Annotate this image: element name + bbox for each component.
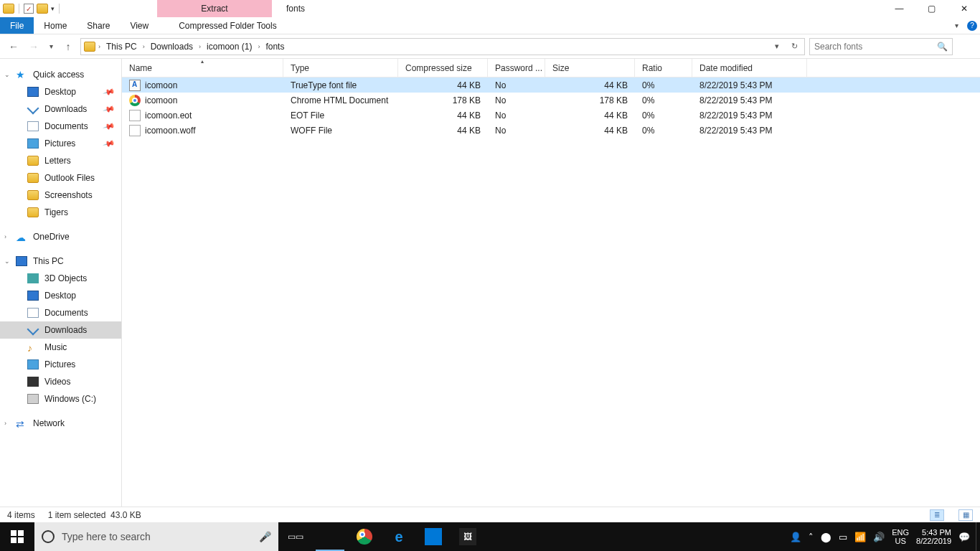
column-header-name[interactable]: Name ▴ [122,59,283,77]
nav-item[interactable]: Outlook Files [0,169,121,187]
search-input[interactable] [814,42,937,52]
nav-item[interactable]: Screenshots [0,187,121,204]
nav-item[interactable]: ♪Music [0,339,121,356]
taskbar-app-settings[interactable] [416,522,451,551]
nav-label: Network [33,418,65,428]
ribbon-tab-share[interactable]: Share [77,17,120,34]
column-header-type[interactable]: Type [283,59,398,77]
nav-item[interactable]: Tigers [0,204,121,221]
up-button[interactable]: ↑ [60,39,76,55]
taskbar-app-edge[interactable]: e [382,522,416,551]
breadcrumb[interactable]: icomoon (1) [204,42,255,52]
nav-item-label: Pictures [44,359,75,369]
breadcrumb-sep[interactable]: › [258,43,260,50]
refresh-button[interactable]: ↻ [787,42,801,51]
tray-security-icon[interactable]: ⬤ [821,532,831,542]
chevron-down-icon[interactable]: ⌄ [4,71,10,78]
qat-divider [19,4,19,14]
nav-item[interactable]: Pictures [0,356,121,373]
qat-customize-caret[interactable]: ▾ [51,5,55,12]
column-header-size[interactable]: Size [545,59,635,77]
file-row[interactable]: icomoonTrueType font file44 KBNo44 KB0%8… [122,77,980,93]
clock[interactable]: 5:43 PM 8/22/2019 [916,528,951,545]
file-name: icomoon [145,95,177,105]
nav-item[interactable]: Videos [0,373,121,390]
nav-item[interactable]: Desktop📌 [0,83,121,100]
microphone-icon[interactable]: 🎤 [259,531,271,542]
forward-button[interactable]: → [26,39,42,55]
nav-quick-access[interactable]: ⌄ ★ Quick access [0,66,121,83]
nav-item[interactable]: Downloads📌 [0,100,121,118]
system-tray: 👤 ˄ ⬤ ▭ 📶 🔊 ENG US 5:43 PM 8/22/2019 💬 [784,522,976,551]
taskbar-search[interactable]: Type here to search 🎤 [34,522,278,551]
breadcrumb-sep[interactable]: › [143,43,145,50]
help-button[interactable]: ? [964,17,980,34]
nav-item[interactable]: Documents [0,304,121,321]
column-header-ratio[interactable]: Ratio [635,59,692,77]
column-header-compressed-size[interactable]: Compressed size [398,59,488,77]
action-center-icon[interactable]: 💬 [958,532,970,542]
maximize-button[interactable]: ▢ [915,0,948,17]
file-name: icomoon.eot [145,110,192,121]
minimize-button[interactable]: — [883,0,915,17]
ribbon-context-tab[interactable]: Extract [157,0,272,17]
ribbon-tab-view[interactable]: View [120,17,159,34]
nav-onedrive[interactable]: › ☁ OneDrive [0,228,121,245]
chevron-down-icon[interactable]: ⌄ [4,258,10,265]
ribbon-context-tool[interactable]: Compressed Folder Tools [169,17,287,34]
details-view-button[interactable]: ≣ [930,509,944,521]
breadcrumb-sep[interactable]: › [199,43,201,50]
breadcrumb-sep[interactable]: › [98,43,100,50]
show-desktop-button[interactable] [976,522,980,551]
back-button[interactable]: ← [6,39,22,55]
nav-item[interactable]: 3D Objects [0,270,121,287]
file-password: No [488,126,545,136]
breadcrumb[interactable]: Downloads [148,42,196,52]
taskbar-app-photos[interactable]: 🖼 [451,522,485,551]
nav-item[interactable]: Windows (C:) [0,390,121,408]
task-view-button[interactable]: ▭▭ [278,522,313,551]
tray-battery-icon[interactable]: ▭ [839,532,847,542]
close-button[interactable]: ✕ [948,0,980,17]
large-icons-view-button[interactable]: ▦ [958,509,973,521]
ribbon-collapse-button[interactable]: ▾ [948,17,964,34]
ribbon-tab-home[interactable]: Home [34,17,77,34]
file-row[interactable]: icomoonChrome HTML Document178 KBNo178 K… [122,93,980,108]
address-bar[interactable]: › This PC › Downloads › icomoon (1) › fo… [80,38,805,55]
recent-locations-button[interactable]: ▾ [46,39,56,55]
nav-item[interactable]: Downloads [0,321,121,339]
nav-network[interactable]: › ⇄ Network [0,415,121,432]
nav-item-label: Music [44,342,67,352]
qat-newfolder-icon[interactable] [37,4,48,14]
address-dropdown-button[interactable]: ▾ [770,42,784,51]
doc-icon [27,121,39,131]
status-selection-label: 1 item selected [48,510,106,520]
tray-wifi-icon[interactable]: 📶 [854,532,866,542]
taskbar-app-chrome[interactable] [347,522,382,551]
taskbar-app-file-explorer[interactable] [313,522,347,551]
file-row[interactable]: icomoon.eotEOT File44 KBNo44 KB0%8/22/20… [122,108,980,123]
column-header-password[interactable]: Password ... [488,59,545,77]
start-button[interactable] [0,522,34,551]
nav-item[interactable]: Desktop [0,287,121,304]
tray-overflow-icon[interactable]: ˄ [809,532,814,542]
search-icon[interactable]: 🔍 [937,42,948,52]
column-header-date[interactable]: Date modified [692,59,807,77]
nav-this-pc[interactable]: ⌄ This PC [0,253,121,270]
people-icon[interactable]: 👤 [790,532,801,542]
file-row[interactable]: icomoon.woffWOFF File44 KBNo44 KB0%8/22/… [122,123,980,138]
language-indicator[interactable]: ENG US [892,528,909,545]
nav-item[interactable]: Documents📌 [0,118,121,135]
search-box[interactable]: 🔍 [809,38,953,55]
ribbon-file-tab[interactable]: File [0,17,34,34]
qat-properties-icon[interactable]: ✓ [24,4,34,14]
breadcrumb[interactable]: fonts [263,42,287,52]
chevron-right-icon[interactable]: › [4,233,6,240]
tray-volume-icon[interactable]: 🔊 [873,532,885,542]
nav-item[interactable]: Pictures📌 [0,135,121,152]
pic-icon [27,359,39,369]
chevron-right-icon[interactable]: › [4,420,6,427]
main-area: ⌄ ★ Quick access Desktop📌Downloads📌Docum… [0,59,980,507]
breadcrumb[interactable]: This PC [103,42,140,52]
nav-item[interactable]: Letters [0,152,121,169]
